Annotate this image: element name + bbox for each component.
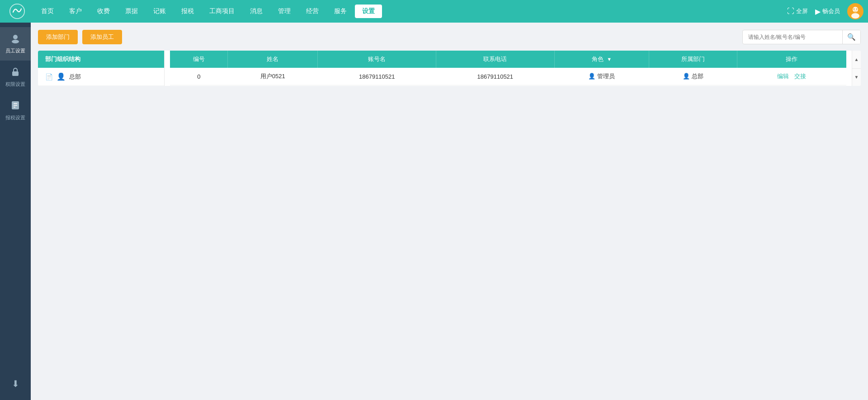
- layout: 员工设置 权限设置 报税设置 ⬇ 添加部门 添加员工 �: [0, 23, 868, 400]
- col-header-phone: 联系电话: [436, 51, 555, 68]
- avatar[interactable]: [847, 3, 863, 19]
- nav-item-business[interactable]: 工商项目: [202, 5, 242, 18]
- add-dept-button[interactable]: 添加部门: [38, 30, 78, 44]
- tree-item-headquarters[interactable]: 📄 👤 总部: [38, 68, 164, 86]
- sidebar-item-taxsettings[interactable]: 报税设置: [0, 94, 31, 127]
- data-table: 编号 姓名 账号名 联系电话 角色 ▼ 所属部门 操作: [170, 51, 846, 85]
- svg-point-5: [856, 9, 858, 10]
- nav-item-bills[interactable]: 票据: [118, 5, 145, 18]
- cell-phone: 18679110521: [436, 68, 555, 85]
- nav-item-charge[interactable]: 收费: [90, 5, 117, 18]
- nav-item-message[interactable]: 消息: [243, 5, 270, 18]
- col-header-dept: 所属部门: [649, 51, 737, 68]
- fullscreen-icon: ⛶: [787, 7, 794, 15]
- search-bar: 🔍: [742, 30, 861, 44]
- col-header-actions: 操作: [737, 51, 846, 68]
- edit-link[interactable]: 编辑: [777, 73, 789, 80]
- sidebar-item-employee-label: 员工设置: [5, 47, 25, 54]
- table-panel: 编号 姓名 账号名 联系电话 角色 ▼ 所属部门 操作: [170, 51, 846, 86]
- member-icon: ▶: [815, 7, 821, 16]
- nav-item-home[interactable]: 首页: [34, 5, 61, 18]
- role-user-icon: 👤: [588, 73, 595, 80]
- table-body: 0 用户0521 18679110521 18679110521 👤管理员 👤总…: [170, 68, 846, 85]
- fullscreen-label: 全屏: [796, 7, 808, 15]
- tree-item-file-icon: 📄: [45, 73, 53, 80]
- toolbar: 添加部门 添加员工 🔍: [38, 30, 861, 44]
- main-content: 添加部门 添加员工 🔍 部门组织结构 📄 👤 总部: [31, 23, 868, 400]
- nav-item-tax[interactable]: 报税: [174, 5, 201, 18]
- nav-item-service[interactable]: 服务: [327, 5, 354, 18]
- col-header-name: 姓名: [228, 51, 318, 68]
- download-icon: ⬇: [12, 378, 19, 389]
- svg-rect-8: [12, 71, 19, 76]
- avatar-image: [848, 4, 863, 19]
- cell-dept: 👤总部: [649, 68, 737, 85]
- tree-item-user-icon: 👤: [57, 72, 66, 81]
- top-nav: 首页 客户 收费 票据 记账 报税 工商项目 消息 管理 经营 服务 设置 ⛶ …: [0, 0, 868, 23]
- dept-user-icon: 👤: [683, 73, 690, 80]
- table-header-row: 编号 姓名 账号名 联系电话 角色 ▼ 所属部门 操作: [170, 51, 846, 68]
- lock-icon: [11, 67, 20, 79]
- tree-item-label: 总部: [69, 73, 81, 81]
- cell-id: 0: [170, 68, 228, 85]
- fullscreen-button[interactable]: ⛶ 全屏: [787, 7, 808, 15]
- col-header-role: 角色 ▼: [554, 51, 649, 68]
- svg-point-6: [13, 35, 18, 39]
- cell-actions: 编辑 交接: [737, 68, 846, 85]
- sidebar-item-permission-label: 权限设置: [5, 81, 25, 88]
- tax-settings-icon: [10, 100, 20, 113]
- svg-point-7: [12, 40, 19, 43]
- cell-name: 用户0521: [228, 68, 318, 85]
- search-input[interactable]: [743, 31, 842, 43]
- logo: [5, 3, 29, 19]
- nav-item-operation[interactable]: 经营: [299, 5, 326, 18]
- member-label: 畅会员: [822, 7, 840, 15]
- content-area: 部门组织结构 📄 👤 总部 编号 姓名 账号名 联系电话: [38, 51, 861, 86]
- add-employee-button[interactable]: 添加员工: [82, 30, 122, 44]
- col-header-id: 编号: [170, 51, 228, 68]
- member-button[interactable]: ▶ 畅会员: [815, 7, 840, 16]
- nav-items: 首页 客户 收费 票据 记账 报税 工商项目 消息 管理 经营 服务 设置: [34, 5, 787, 18]
- scroll-down-button[interactable]: ▼: [852, 69, 861, 86]
- transfer-link[interactable]: 交接: [794, 73, 806, 80]
- nav-right: ⛶ 全屏 ▶ 畅会员: [787, 3, 863, 19]
- tree-panel: 部门组织结构 📄 👤 总部: [38, 51, 165, 86]
- nav-item-settings[interactable]: 设置: [355, 5, 382, 18]
- col-header-account: 账号名: [318, 51, 436, 68]
- sidebar-item-employee[interactable]: 员工设置: [0, 27, 31, 61]
- employee-icon: [10, 33, 20, 46]
- scroll-controls: ▲ ▼: [852, 51, 861, 86]
- svg-point-4: [854, 9, 855, 10]
- cell-role: 👤管理员: [554, 68, 649, 85]
- tree-header: 部门组织结构: [38, 51, 164, 68]
- nav-item-manage[interactable]: 管理: [271, 5, 298, 18]
- table-row: 0 用户0521 18679110521 18679110521 👤管理员 👤总…: [170, 68, 846, 85]
- svg-point-3: [851, 13, 859, 19]
- cell-account: 18679110521: [318, 68, 436, 85]
- logo-icon: [9, 3, 25, 19]
- sidebar: 员工设置 权限设置 报税设置 ⬇: [0, 23, 31, 400]
- search-button[interactable]: 🔍: [842, 30, 860, 44]
- nav-item-account[interactable]: 记账: [146, 5, 173, 18]
- sidebar-item-taxsettings-label: 报税设置: [5, 114, 25, 121]
- sidebar-item-permission[interactable]: 权限设置: [0, 61, 31, 94]
- sidebar-item-download[interactable]: ⬇: [0, 372, 31, 395]
- nav-item-customer[interactable]: 客户: [62, 5, 89, 18]
- sidebar-bottom: ⬇: [0, 372, 31, 395]
- scroll-up-button[interactable]: ▲: [852, 51, 861, 69]
- filter-icon[interactable]: ▼: [607, 56, 612, 62]
